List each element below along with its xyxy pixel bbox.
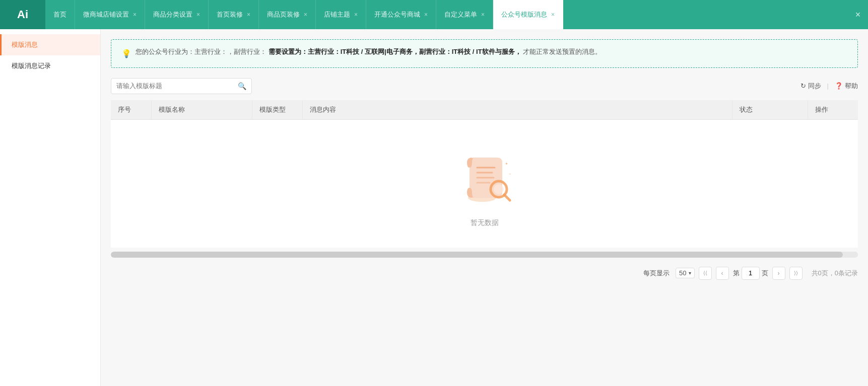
tab-open-mall-label: 开通公众号商城 xyxy=(374,10,420,19)
close-all-button[interactable]: × xyxy=(848,0,868,29)
scrollbar-thumb[interactable] xyxy=(111,252,843,258)
content-area: 💡 您的公众号行业为：主营行业：，副营行业： 需要设置为：主营行业：IT科技 /… xyxy=(101,29,868,386)
tab-home-decoration-label: 首页装修 xyxy=(217,10,243,19)
page-text-label: 第 xyxy=(733,269,740,278)
empty-state: ✦ ✦ 暂无数据 xyxy=(111,120,858,248)
tab-home[interactable]: 首页 xyxy=(45,0,75,29)
info-banner: 💡 您的公众号行业为：主营行业：，副营行业： 需要设置为：主营行业：IT科技 /… xyxy=(111,39,858,68)
help-icon: ❓ xyxy=(835,82,843,90)
last-page-button[interactable]: ⟩⟩ xyxy=(789,267,803,280)
svg-line-7 xyxy=(504,195,510,200)
table-header-row: 序号 模版名称 模版类型 消息内容 状态 操作 xyxy=(111,100,858,120)
tab-shop-settings-close[interactable]: × xyxy=(133,11,137,18)
search-icon[interactable]: 🔍 xyxy=(238,82,246,90)
tab-home-label: 首页 xyxy=(53,10,66,19)
tab-product-decoration-close[interactable]: × xyxy=(304,11,307,18)
tab-shop-settings-label: 微商城店铺设置 xyxy=(83,10,129,19)
empty-state-svg: ✦ ✦ xyxy=(454,150,515,210)
first-page-button[interactable]: ⟨⟨ xyxy=(699,267,712,280)
search-toolbar: 🔍 ↻ 同步 | ❓ 帮助 xyxy=(111,78,858,94)
tab-store-theme-label: 店铺主题 xyxy=(324,10,350,19)
col-header-action: 操作 xyxy=(808,100,858,120)
page-size-value: 50 xyxy=(679,269,686,277)
info-banner-text: 您的公众号行业为：主营行业：，副营行业： 需要设置为：主营行业：IT科技 / 互… xyxy=(136,47,602,57)
sync-icon: ↻ xyxy=(800,82,806,90)
col-header-type: 模版类型 xyxy=(252,100,302,120)
svg-point-6 xyxy=(494,184,504,194)
tab-custom-menu[interactable]: 自定义菜单 × xyxy=(436,0,493,29)
empty-icon: ✦ ✦ xyxy=(454,150,515,210)
tab-custom-menu-close[interactable]: × xyxy=(481,11,485,18)
search-input[interactable] xyxy=(116,82,238,90)
scrollbar-area[interactable] xyxy=(111,252,858,258)
tab-category-settings-label: 商品分类设置 xyxy=(153,10,192,19)
page-size-label: 每页显示 xyxy=(643,269,670,278)
tab-product-decoration-label: 商品页装修 xyxy=(267,10,300,19)
table-empty-row: ✦ ✦ 暂无数据 xyxy=(111,119,858,248)
prev-page-button[interactable]: ‹ xyxy=(716,267,729,280)
tab-product-decoration[interactable]: 商品页装修 × xyxy=(259,0,316,29)
tab-template-msg-close[interactable]: × xyxy=(551,11,555,18)
sidebar-item-template-message[interactable]: 模版消息 xyxy=(0,34,100,55)
sync-label: 同步 xyxy=(808,82,821,91)
next-page-button[interactable]: › xyxy=(772,267,785,280)
sidebar-item-template-message-record[interactable]: 模版消息记录 xyxy=(0,55,100,76)
page-size-select[interactable]: 50 ▾ xyxy=(676,268,694,278)
sidebar: 模版消息 模版消息记录 xyxy=(0,29,101,386)
page-unit-label: 页 xyxy=(762,269,768,278)
help-label: 帮助 xyxy=(845,82,858,91)
total-info: 共0页，0条记录 xyxy=(812,269,858,278)
page-size-dropdown-icon[interactable]: ▾ xyxy=(689,270,691,276)
tab-store-theme-close[interactable]: × xyxy=(354,11,358,18)
col-header-content: 消息内容 xyxy=(302,100,732,120)
data-table: 序号 模版名称 模版类型 消息内容 状态 操作 xyxy=(111,100,858,248)
col-header-status: 状态 xyxy=(732,100,808,120)
page-input-box: 第 页 xyxy=(733,267,768,280)
app-logo: Ai xyxy=(0,0,45,29)
svg-text:✦: ✦ xyxy=(505,162,508,166)
col-header-name: 模版名称 xyxy=(151,100,252,120)
topbar: Ai 首页 微商城店铺设置 × 商品分类设置 × 首页装修 × 商品页装修 × … xyxy=(0,0,868,29)
sync-button[interactable]: ↻ 同步 xyxy=(800,82,821,91)
tab-home-decoration[interactable]: 首页装修 × xyxy=(209,0,259,29)
pagination: 每页显示 50 ▾ ⟨⟨ ‹ 第 页 › ⟩⟩ 共0页，0条记录 xyxy=(111,262,858,285)
tab-category-settings[interactable]: 商品分类设置 × xyxy=(145,0,209,29)
bulb-icon: 💡 xyxy=(121,47,131,60)
tab-open-mall-close[interactable]: × xyxy=(424,11,428,18)
info-banner-highlight: 需要设置为：主营行业：IT科技 / 互联网|电子商务，副营行业：IT科技 / I… xyxy=(269,48,521,55)
tab-custom-menu-label: 自定义菜单 xyxy=(444,10,477,19)
tab-template-msg-label: 公众号模版消息 xyxy=(501,10,547,19)
toolbar-right: ↻ 同步 | ❓ 帮助 xyxy=(800,82,858,91)
main-layout: 模版消息 模版消息记录 💡 您的公众号行业为：主营行业：，副营行业： 需要设置为… xyxy=(0,29,868,386)
sidebar-item-template-message-label: 模版消息 xyxy=(12,41,38,48)
tab-category-settings-close[interactable]: × xyxy=(196,11,200,18)
tab-home-decoration-close[interactable]: × xyxy=(247,11,250,18)
tab-store-theme[interactable]: 店铺主题 × xyxy=(316,0,366,29)
col-header-index: 序号 xyxy=(111,100,151,120)
tab-template-msg[interactable]: 公众号模版消息 × xyxy=(493,0,563,29)
search-box: 🔍 xyxy=(111,78,252,94)
svg-text:✦: ✦ xyxy=(509,173,511,176)
tab-open-mall[interactable]: 开通公众号商城 × xyxy=(366,0,436,29)
page-number-input[interactable] xyxy=(742,267,760,280)
tab-shop-settings[interactable]: 微商城店铺设置 × xyxy=(75,0,145,29)
help-button[interactable]: ❓ 帮助 xyxy=(835,82,858,91)
empty-text: 暂无数据 xyxy=(471,218,499,227)
sidebar-item-template-message-record-label: 模版消息记录 xyxy=(12,62,51,69)
toolbar-divider: | xyxy=(827,82,829,90)
tab-list: 首页 微商城店铺设置 × 商品分类设置 × 首页装修 × 商品页装修 × 店铺主… xyxy=(45,0,848,29)
